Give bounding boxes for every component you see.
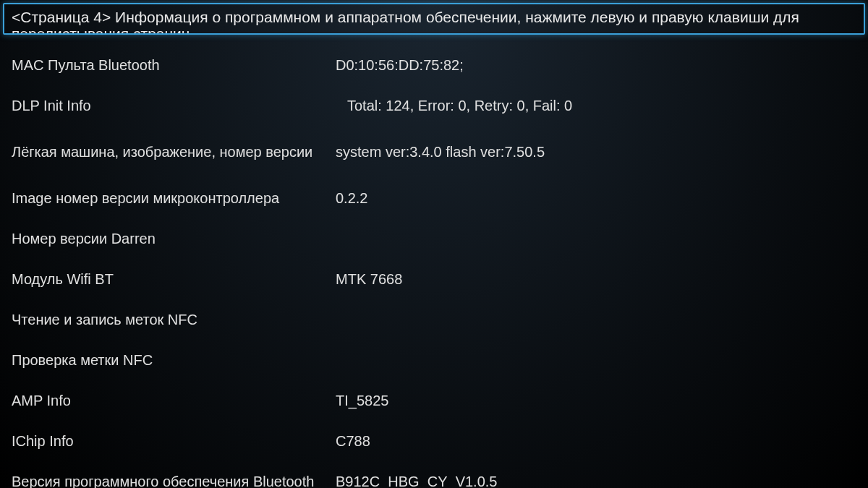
info-row-amp: AMP Info TI_5825 [12, 380, 856, 421]
info-label: DLP Init Info [12, 96, 330, 115]
page-header: <Страница 4> Информация о программном и … [3, 3, 865, 35]
info-row-ichip: IChip Info C788 [12, 421, 856, 461]
info-value: D0:10:56:DD:75:82; [330, 57, 464, 74]
info-row-image-mcu: Image номер версии микроконтроллера 0.2.… [12, 178, 856, 218]
info-value: Total: 124, Error: 0, Retry: 0, Fail: 0 [330, 98, 572, 114]
info-label: Проверка метки NFC [12, 351, 330, 369]
info-row-darren: Номер версии Darren [12, 218, 856, 259]
info-label: Image номер версии микроконтроллера [12, 189, 330, 207]
info-row-nfc-rw: Чтение и запись меток NFC [12, 299, 856, 340]
page-title: <Страница 4> Информация о программном и … [12, 9, 856, 35]
info-value: TI_5825 [330, 393, 388, 409]
info-value: B912C_HBG_CY_V1.0.5 [330, 474, 497, 489]
info-row-mac-bluetooth: MAC Пульта Bluetooth D0:10:56:DD:75:82; [12, 45, 856, 85]
info-label: IChip Info [12, 432, 330, 450]
info-row-nfc-check: Проверка метки NFC [12, 340, 856, 380]
info-row-light-machine: Лёгкая машина, изображение, номер версии… [12, 126, 856, 178]
info-value: system ver:3.4.0 flash ver:7.50.5 [330, 144, 545, 160]
info-label: Версия программного обеспечения Bluetoot… [12, 472, 330, 488]
info-row-wifi-bt: Модуль Wifi BT MTK 7668 [12, 259, 856, 299]
info-value: MTK 7668 [330, 271, 402, 288]
info-value: 0.2.2 [330, 190, 367, 207]
info-row-dlp-init: DLP Init Info Total: 124, Error: 0, Retr… [12, 85, 856, 126]
info-label: Лёгкая машина, изображение, номер версии [12, 142, 330, 161]
info-label: MAC Пульта Bluetooth [12, 56, 330, 74]
info-label: Модуль Wifi BT [12, 270, 330, 288]
info-label: Чтение и запись меток NFC [12, 310, 330, 329]
info-row-bt-sw-version: Версия программного обеспечения Bluetoot… [12, 461, 856, 488]
info-label: Номер версии Darren [12, 229, 330, 248]
info-label: AMP Info [12, 391, 330, 410]
info-list: MAC Пульта Bluetooth D0:10:56:DD:75:82; … [0, 38, 868, 488]
info-value: C788 [330, 433, 370, 450]
